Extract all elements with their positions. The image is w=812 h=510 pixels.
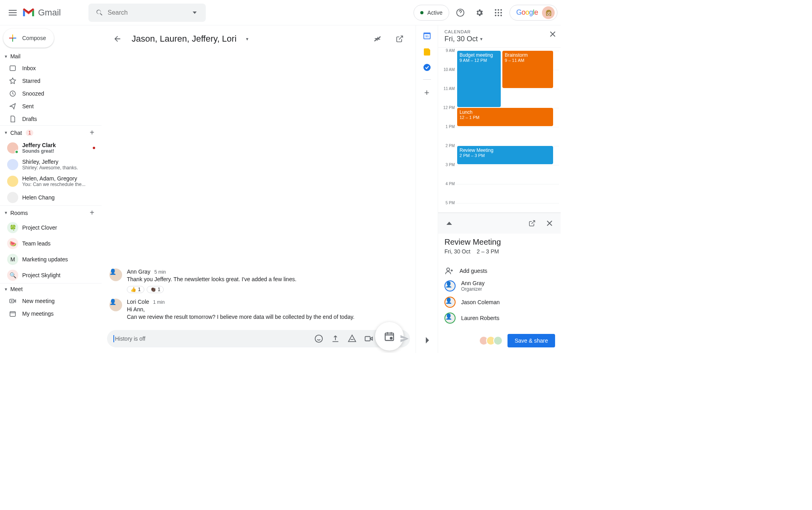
rail-expand-button[interactable]: [420, 333, 434, 347]
starred-icon: [9, 77, 17, 85]
event-date: Fri, 30 Oct: [444, 248, 470, 255]
mail-item-starred[interactable]: Starred: [0, 75, 102, 87]
close-icon: [550, 31, 556, 37]
meet-item[interactable]: New meeting: [0, 295, 102, 307]
collapse-button[interactable]: [370, 31, 385, 47]
svg-point-4: [495, 12, 496, 13]
apps-button[interactable]: [490, 5, 506, 21]
chat-item[interactable]: Helen Chang: [0, 190, 102, 205]
svg-point-8: [498, 15, 499, 16]
rooms-section-label: Rooms: [10, 210, 28, 216]
new-room-button[interactable]: +: [86, 208, 98, 217]
rail-tasks-button[interactable]: [423, 63, 431, 71]
account-switcher[interactable]: Google 👩🏼: [509, 5, 557, 21]
chat-item[interactable]: Shirley, JefferyShirley: Awesome, thanks…: [0, 156, 102, 173]
video-button[interactable]: [362, 332, 376, 346]
new-chat-button[interactable]: +: [86, 128, 98, 137]
settings-button[interactable]: [471, 5, 487, 21]
mail-section-header[interactable]: ▼ Mail: [0, 51, 102, 62]
chat-item[interactable]: Helen, Adam, GregoryYou: Can we reschedu…: [0, 173, 102, 190]
mail-item-snoozed[interactable]: Snoozed: [0, 87, 102, 100]
room-avatar: 🍉: [7, 238, 18, 249]
open-new-button[interactable]: [392, 31, 408, 47]
event-close-button[interactable]: [542, 215, 557, 231]
event-collapse-button[interactable]: [441, 215, 457, 231]
calendar-date-selector[interactable]: Fri, 30 Oct ▼: [444, 35, 554, 43]
add-guests-label: Add guests: [460, 268, 487, 274]
caret-down-icon: ▼: [4, 130, 8, 135]
rail-add-button[interactable]: +: [423, 88, 431, 96]
meet-item[interactable]: My meetings: [0, 307, 102, 320]
meet-section-header[interactable]: ▼ Meet: [0, 284, 102, 295]
svg-point-2: [498, 9, 499, 11]
gmail-logo-text: Gmail: [38, 8, 61, 18]
hour-label: 9 AM: [442, 48, 456, 67]
plus-multicolor-icon: [8, 33, 17, 43]
room-item[interactable]: 🍉Team leads: [0, 236, 102, 251]
calendar-event[interactable]: Lunch12 – 1 PM: [457, 108, 553, 126]
side-rail: 31 +: [416, 25, 438, 353]
emoji-button[interactable]: [312, 332, 326, 346]
back-button[interactable]: [109, 31, 125, 47]
drive-button[interactable]: [345, 332, 359, 346]
mail-item-sent[interactable]: Sent: [0, 100, 102, 113]
gear-icon: [475, 8, 484, 17]
message-author: Ann Gray: [127, 268, 150, 275]
caret-down-icon: ▼: [4, 287, 8, 291]
compose-label: Compose: [22, 35, 46, 41]
event-open-button[interactable]: [524, 215, 540, 231]
room-item[interactable]: MMarketing updates: [0, 251, 102, 267]
upload-button[interactable]: [328, 332, 343, 346]
compose-button[interactable]: Compose: [3, 29, 54, 48]
guest-avatar: 👤: [444, 297, 456, 308]
svg-point-26: [447, 268, 450, 271]
calendar-close-button[interactable]: [550, 31, 556, 37]
mail-item-drafts[interactable]: Drafts: [0, 113, 102, 125]
save-share-button[interactable]: Save & share: [508, 334, 555, 347]
hour-label: 10 AM: [442, 67, 456, 86]
user-avatar[interactable]: 👩🏼: [542, 6, 555, 19]
reaction-chip[interactable]: 👍1: [127, 286, 144, 293]
room-avatar: 🍀: [7, 222, 18, 233]
chat-avatar: [7, 159, 18, 170]
guest-row[interactable]: 👤Jason Coleman: [444, 294, 554, 310]
caret-down-icon: [193, 12, 197, 14]
guest-avatar: 👤: [444, 313, 456, 324]
search-input[interactable]: [107, 9, 187, 16]
rail-calendar-button[interactable]: 31: [423, 32, 431, 40]
calendar-event[interactable]: Brainstorm9 – 11 AM: [502, 51, 553, 88]
hamburger-icon: [9, 10, 17, 15]
main-menu-button[interactable]: [3, 3, 22, 22]
message-text: Hi Ann,Can we review the result tomorrow…: [127, 306, 408, 321]
send-button[interactable]: [397, 332, 412, 346]
search-box[interactable]: [88, 4, 206, 22]
gmail-logo[interactable]: Gmail: [22, 8, 61, 18]
guest-row[interactable]: 👤Ann GrayOrganizer: [444, 278, 554, 294]
compose-placeholder: History is off: [115, 336, 146, 342]
chat-section-label: Chat: [10, 130, 22, 136]
search-options-button[interactable]: [187, 12, 203, 14]
reaction-chip[interactable]: 👏🏿1: [147, 286, 164, 293]
guest-row[interactable]: 👤Lauren Roberts: [444, 310, 554, 326]
room-item[interactable]: 🍀Project Clover: [0, 220, 102, 236]
open-external-icon: [529, 220, 536, 227]
google-logo-text: Google: [516, 8, 538, 17]
svg-point-3: [500, 9, 502, 11]
upload-icon: [331, 334, 340, 343]
rail-keep-button[interactable]: [423, 48, 431, 56]
room-item[interactable]: 🔍Project Skylight: [0, 267, 102, 283]
collapse-icon: [373, 35, 381, 43]
chat-section-header[interactable]: ▼ Chat 1 +: [0, 126, 102, 140]
mail-item-inbox[interactable]: Inbox: [0, 62, 102, 75]
support-button[interactable]: [452, 5, 468, 21]
add-guests-row[interactable]: Add guests: [444, 264, 554, 278]
chat-item[interactable]: Jeffery ClarkSounds great!: [0, 140, 102, 156]
status-pill[interactable]: Active: [414, 5, 449, 21]
thread-dropdown[interactable]: ▼: [245, 37, 249, 41]
search-icon[interactable]: [92, 5, 107, 21]
calendar-event[interactable]: Budget meeting9 AM – 12 PM: [457, 51, 501, 107]
svg-point-9: [500, 15, 502, 16]
rooms-section-header[interactable]: ▼ Rooms +: [0, 206, 102, 220]
svg-point-7: [495, 15, 496, 16]
calendar-event[interactable]: Review Meeting2 PM – 3 PM: [457, 146, 553, 164]
